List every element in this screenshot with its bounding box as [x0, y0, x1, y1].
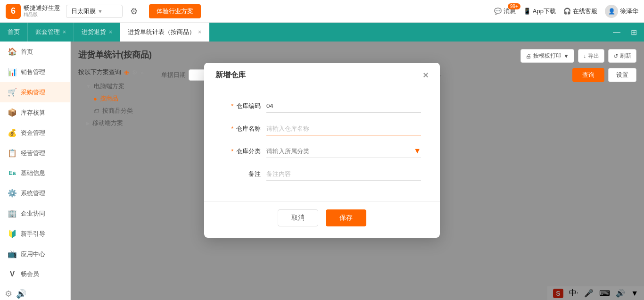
remark-input[interactable] [266, 167, 421, 181]
tab-close-stat[interactable]: × [198, 29, 201, 35]
export-button[interactable]: ↓ 导出 [578, 49, 604, 63]
cancel-button[interactable]: 取消 [278, 209, 318, 226]
print-arrow-icon: ▼ [563, 53, 569, 59]
collapse-icon[interactable]: « [140, 69, 144, 76]
apps-icon: 📺 [8, 250, 17, 258]
set-button[interactable]: 设置 [608, 68, 636, 82]
sidebar-item-member[interactable]: V 畅会员 [0, 264, 70, 284]
modal-title: 新增仓库 [215, 70, 246, 80]
name-input[interactable] [266, 122, 421, 135]
member-icon: V [8, 270, 17, 278]
save-button[interactable]: 保存 [326, 209, 366, 226]
tab-close-return[interactable]: × [109, 29, 112, 35]
sidebar-item-guide[interactable]: 🔰 新手引导 [0, 224, 70, 244]
add-scheme-icon[interactable]: ⊕ [124, 69, 129, 76]
basic-icon: Ea [8, 170, 17, 176]
logo-area: 6 畅捷通好生意 精品版 [6, 4, 60, 19]
sidebar-item-enterprise[interactable]: 🏢 企业协同 [0, 203, 70, 224]
category-input[interactable] [266, 145, 413, 158]
sidebar-item-finance[interactable]: 💰 资金管理 [0, 123, 70, 143]
name-label: * 仓库名称 [223, 125, 261, 133]
settings-button[interactable]: ⚙ [126, 4, 141, 19]
tab-purchase-stat[interactable]: 进货单统计表（按商品） × [120, 23, 209, 42]
app-download-label: App下载 [533, 7, 556, 16]
operations-icon: 📋 [8, 149, 17, 158]
refresh-button[interactable]: ↺ 刷新 [608, 49, 636, 63]
tree-computer[interactable]: ▼ 电脑端方案 [78, 80, 154, 92]
sidebar-label-guide: 新手引导 [21, 230, 45, 238]
app-download-item[interactable]: 📱 App下载 [523, 7, 556, 16]
purchase-icon: 🛒 [8, 88, 17, 97]
category-icon: 🏷 [93, 108, 99, 115]
sidebar-item-sales[interactable]: 📊 销售管理 [0, 62, 70, 82]
tab-home[interactable]: 首页 [0, 23, 28, 42]
page-title: 进货单统计(按商品) [78, 49, 636, 60]
sales-icon: 📊 [8, 67, 17, 76]
form-row-code: * 仓库编码 [223, 100, 421, 113]
sidebar-item-basic[interactable]: Ea 基础信息 [0, 163, 70, 183]
form-row-category: * 仓库分类 ▼ [223, 145, 421, 158]
add-warehouse-modal: 新增仓库 × * 仓库编码 * 仓库名称 [204, 63, 440, 238]
tab-maximize-button[interactable]: ⊞ [627, 25, 640, 39]
message-item[interactable]: 💬 消息 99+ [494, 7, 516, 16]
finance-icon: 💰 [8, 128, 17, 137]
scheme-settings-icon[interactable]: ⚙ [132, 69, 138, 76]
tab-actions: — ⊞ [610, 25, 644, 39]
sidebar-label-enterprise: 企业协同 [21, 209, 45, 218]
category-select-wrap: ▼ [266, 145, 421, 158]
store-selector[interactable]: 日太阳膜 ▼ [66, 5, 123, 18]
form-row-name: * 仓库名称 [223, 122, 421, 135]
scheme-label: 电脑端方案 [94, 82, 124, 91]
sidebar-settings-icon[interactable]: ⚙ [5, 289, 12, 299]
tab-minimize-button[interactable]: — [610, 25, 623, 39]
tree-mobile[interactable]: ▶ 移动端方案 [78, 117, 154, 129]
headphone-icon: 🎧 [563, 8, 571, 15]
tree-by-goods[interactable]: ● 按商品 [78, 92, 154, 105]
tab-bar: 首页 账套管理 × 进货退货 × 进货单统计表（按商品） × — ⊞ [0, 23, 644, 42]
sidebar-label-finance: 资金管理 [21, 129, 45, 137]
tree-mobile-arrow-icon: ▶ [86, 120, 90, 126]
sidebar-item-purchase[interactable]: 🛒 采购管理 [0, 82, 70, 102]
sidebar-item-home[interactable]: 🏠 首页 [0, 42, 70, 62]
modal-close-button[interactable]: × [423, 70, 429, 80]
tree-by-category[interactable]: 🏷 按商品分类 [78, 105, 154, 117]
sidebar-label-operations: 经营管理 [21, 149, 45, 158]
try-industry-button[interactable]: 体验行业方案 [149, 4, 201, 18]
sidebar-item-inventory[interactable]: 📦 库存核算 [0, 102, 70, 123]
tab-purchase-return[interactable]: 进货退货 × [74, 23, 120, 42]
user-item[interactable]: 👤 徐泽华 [605, 5, 638, 18]
remark-label: 备注 [223, 170, 261, 178]
sidebar-label-sales: 销售管理 [21, 68, 45, 76]
sidebar-item-apps[interactable]: 📺 应用中心 [0, 244, 70, 264]
brand-sub: 精品版 [24, 11, 60, 18]
sidebar-label-basic: 基础信息 [21, 169, 45, 177]
active-scheme-icon: ● [93, 95, 97, 102]
scheme-mobile-label: 移动端方案 [92, 119, 123, 127]
online-service-label: 在线客服 [573, 7, 597, 16]
home-icon: 🏠 [8, 47, 17, 56]
print-icon: 🖨 [526, 53, 531, 59]
print-button[interactable]: 🖨 按模板打印 ▼ [520, 49, 574, 63]
sidebar-label-purchase: 采购管理 [21, 88, 45, 97]
modal-footer: 取消 保存 [204, 201, 440, 238]
avatar: 👤 [605, 5, 618, 18]
sidebar-bottom: ⚙ 🔊 [0, 284, 70, 300]
inventory-icon: 📦 [8, 108, 17, 117]
name-required: * [231, 125, 233, 132]
sidebar-volume-icon[interactable]: 🔊 [16, 289, 26, 299]
code-label: * 仓库编码 [223, 102, 261, 110]
online-service-item[interactable]: 🎧 在线客服 [563, 7, 597, 16]
sidebar-item-operations[interactable]: 📋 经营管理 [0, 143, 70, 163]
sidebar-label-system: 系统管理 [21, 189, 45, 198]
tab-account[interactable]: 账套管理 × [28, 23, 74, 42]
category-dropdown-icon[interactable]: ▼ [413, 147, 421, 155]
modal-overlay[interactable]: 6 畅捷通好生意 精品版 日太阳膜 ▼ ⚙ 体验行业方案 💬 消息 99+ [0, 0, 644, 300]
refresh-icon: ↺ [613, 53, 618, 59]
category-label: * 仓库分类 [223, 147, 261, 156]
export-icon: ↓ [583, 53, 586, 59]
tab-close-account[interactable]: × [63, 29, 66, 35]
code-input[interactable] [266, 100, 421, 113]
content-toolbar: 🖨 按模板打印 ▼ ↓ 导出 ↺ 刷新 [520, 49, 636, 63]
query-button[interactable]: 查询 [572, 68, 604, 82]
sidebar-item-system[interactable]: ⚙️ 系统管理 [0, 183, 70, 203]
